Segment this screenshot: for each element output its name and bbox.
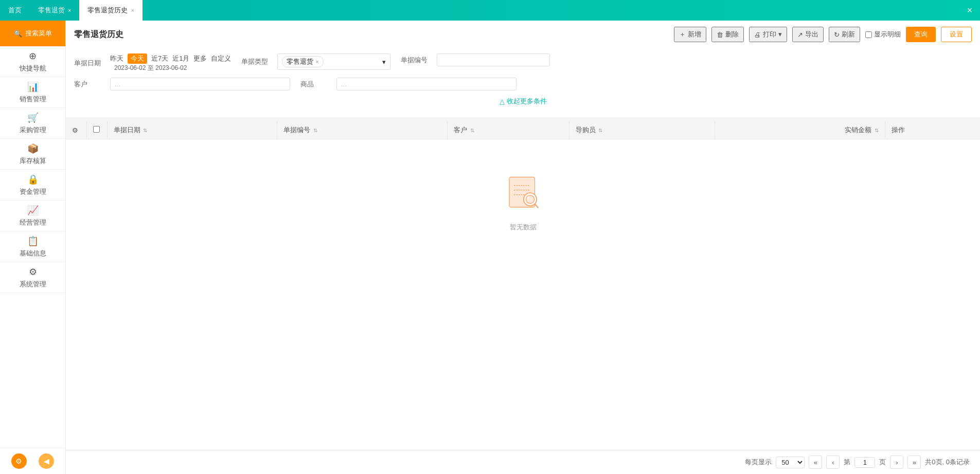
header-actions: ＋ 新增 🗑 删除 🖨 打印 ▾ ↗ 导出	[674, 27, 972, 42]
customer-filter-label: 客户	[74, 80, 110, 89]
new-label: 新增	[688, 30, 701, 39]
window-close-button[interactable]: ×	[959, 0, 980, 21]
th-customer[interactable]: 客户 ⇅	[448, 121, 569, 139]
management-icon: 📈	[27, 205, 39, 216]
date-range-display: 2023-06-02 至 2023-06-02	[114, 64, 231, 72]
th-number-label: 单据编号	[283, 126, 310, 134]
sidebar-item-label-0: 快捷导航	[20, 64, 46, 73]
tab-home[interactable]: 首页	[0, 0, 30, 21]
sidebar-item-sales[interactable]: 📊 销售管理	[0, 77, 65, 108]
th-action: 操作	[885, 121, 981, 139]
date-option-yesterday[interactable]: 昨天	[110, 54, 123, 63]
svg-point-7	[527, 196, 529, 199]
display-detail-checkbox[interactable]: 显示明细	[865, 30, 901, 39]
purchase-icon: 🛒	[27, 112, 39, 123]
th-amount-sort: ⇅	[875, 127, 879, 133]
sidebar-item-quick-nav[interactable]: ⊕ 快捷导航	[0, 46, 65, 77]
tab-retail-return-close[interactable]: ×	[68, 7, 71, 13]
sidebar-item-purchase[interactable]: 🛒 采购管理	[0, 108, 65, 139]
collapse-button[interactable]: △ 收起更多条件	[493, 95, 553, 108]
type-tag: 零售退货 ×	[282, 56, 323, 67]
empty-illustration	[500, 170, 546, 216]
data-table: ⚙ 单据日期 ⇅ 单据编号 ⇅ 客户	[66, 121, 980, 263]
th-guide-sort: ⇅	[598, 127, 602, 133]
tab-home-label: 首页	[8, 6, 22, 15]
setting-button[interactable]: 设置	[941, 27, 972, 42]
delete-label: 删除	[725, 30, 739, 39]
date-option-more[interactable]: 更多	[193, 54, 207, 63]
sidebar-item-basic[interactable]: 📋 基础信息	[0, 231, 65, 262]
sales-icon: 📊	[27, 81, 39, 93]
select-all-checkbox[interactable]	[93, 126, 100, 133]
sidebar-item-label-4: 资金管理	[20, 187, 46, 196]
sidebar-item-label-5: 经营管理	[20, 218, 46, 227]
type-filter-label: 单据类型	[241, 57, 277, 66]
sidebar-search[interactable]: 🔍 搜索菜单	[0, 21, 65, 46]
svg-line-6	[534, 204, 538, 208]
date-filter: 单据日期 昨天 今天 近7天 近1月 更多 自定义 2023-06-02 至 2…	[74, 53, 231, 72]
filter-area: 单据日期 昨天 今天 近7天 近1月 更多 自定义 2023-06-02 至 2…	[74, 48, 972, 113]
sidebar-item-label-3: 库存核算	[20, 156, 46, 166]
page-suffix-label: 页	[879, 458, 886, 467]
table-body: 暂无数据	[66, 139, 980, 263]
number-input[interactable]	[437, 53, 550, 66]
tab-retail-return[interactable]: 零售退货 ×	[30, 0, 79, 21]
sidebar-item-inventory[interactable]: 📦 库存核算	[0, 139, 65, 170]
th-setting[interactable]: ⚙	[66, 121, 86, 139]
display-detail-input[interactable]	[865, 31, 872, 38]
tab-retail-return-history-close[interactable]: ×	[131, 7, 134, 13]
first-page-button[interactable]: «	[809, 455, 822, 469]
date-options: 昨天 今天 近7天 近1月 更多 自定义	[110, 53, 231, 64]
date-option-custom[interactable]: 自定义	[211, 54, 231, 63]
per-page-select[interactable]: 50 100	[776, 457, 805, 468]
date-filter-label: 单据日期	[74, 59, 110, 68]
goods-select[interactable]: ...	[336, 78, 516, 90]
content-area: 零售退货历史 ＋ 新增 🗑 删除 🖨 打印 ▾ ↗	[66, 21, 980, 474]
date-option-1month[interactable]: 近1月	[172, 54, 189, 63]
tab-list: 首页 零售退货 × 零售退货历史 ×	[0, 0, 959, 21]
tab-retail-return-history[interactable]: 零售退货历史 ×	[79, 0, 142, 21]
th-number-sort: ⇅	[313, 127, 317, 133]
date-option-today[interactable]: 今天	[128, 53, 147, 64]
th-amount[interactable]: 实销金额 ⇅	[715, 121, 885, 139]
collapse-arrow-icon: △	[500, 98, 505, 105]
date-option-7days[interactable]: 近7天	[151, 54, 168, 63]
sidebar-search-label: 搜索菜单	[25, 29, 52, 38]
type-select[interactable]: 零售退货 × ▾	[277, 53, 390, 70]
sidebar-settings-button[interactable]: ⚙	[11, 453, 27, 469]
sidebar-item-finance[interactable]: 🔒 资金管理	[0, 170, 65, 200]
prev-page-button[interactable]: ‹	[826, 455, 840, 469]
sidebar-item-label-6: 基础信息	[20, 249, 46, 258]
refresh-button[interactable]: ↻ 刷新	[829, 27, 860, 42]
per-page-label: 每页显示	[745, 458, 772, 467]
sidebar-item-management[interactable]: 📈 经营管理	[0, 200, 65, 231]
sidebar-item-label-7: 系统管理	[20, 280, 46, 289]
th-guide-label: 导购员	[576, 126, 596, 134]
th-date[interactable]: 单据日期 ⇅	[107, 121, 277, 139]
th-guide[interactable]: 导购员 ⇅	[569, 121, 715, 139]
empty-text: 暂无数据	[510, 223, 537, 232]
sidebar: 🔍 搜索菜单 ⊕ 快捷导航 📊 销售管理 🛒 采购管理 📦 库存核算 🔒	[0, 21, 66, 474]
sidebar-bottom: ⚙ ◀	[0, 448, 65, 474]
next-page-button[interactable]: ›	[890, 455, 903, 469]
type-select-arrow: ▾	[382, 58, 386, 66]
type-tag-value: 零售退货	[287, 57, 313, 66]
system-icon: ⚙	[29, 266, 37, 278]
print-icon: 🖨	[754, 31, 761, 39]
th-checkbox[interactable]	[86, 121, 107, 139]
sidebar-help-button[interactable]: ◀	[39, 453, 54, 469]
goods-filter-label: 商品	[300, 80, 336, 89]
inventory-icon: 📦	[27, 143, 39, 154]
page-number-input[interactable]	[854, 457, 875, 468]
sidebar-item-system[interactable]: ⚙ 系统管理	[0, 262, 65, 293]
new-button[interactable]: ＋ 新增	[674, 27, 706, 42]
th-number[interactable]: 单据编号 ⇅	[277, 121, 448, 139]
type-tag-close[interactable]: ×	[315, 59, 318, 65]
print-button[interactable]: 🖨 打印 ▾	[749, 27, 787, 42]
export-button[interactable]: ↗ 导出	[792, 27, 824, 42]
delete-button[interactable]: 🗑 删除	[711, 27, 744, 42]
last-page-button[interactable]: »	[907, 455, 921, 469]
query-button[interactable]: 查询	[906, 27, 936, 42]
tab-retail-return-history-label: 零售退货历史	[87, 6, 128, 15]
customer-select[interactable]: ...	[110, 78, 290, 90]
